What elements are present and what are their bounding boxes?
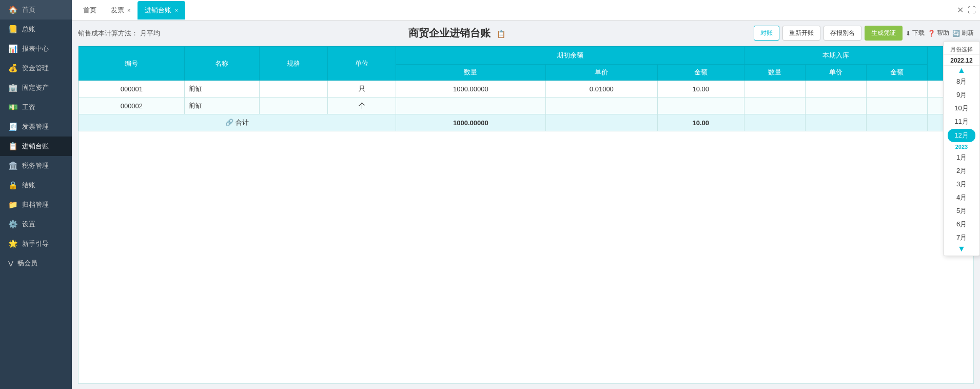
content-area: 销售成本计算方法： 月平均 商贸企业进销台账 📋 对账 重新开账 存报别名 生成… xyxy=(72,21,980,389)
cell-spec xyxy=(260,81,328,98)
col-init-price: 单价 xyxy=(545,65,657,81)
page-title: 商贸企业进销台账 📋 xyxy=(164,26,750,40)
title-text: 商贸企业进销台账 xyxy=(408,27,491,38)
sidebar-item-purchase-sales[interactable]: 📋进销台账 xyxy=(0,137,72,156)
cell-unit: 个 xyxy=(328,98,396,114)
col-in-amount: 金额 xyxy=(867,65,928,81)
table-header-row1: 编号 名称 规格 单位 期初余额 本期入库 数 xyxy=(79,47,973,65)
sidebar-item-guide[interactable]: 🌟新手引导 xyxy=(0,234,72,254)
tab-purchase-sales-tab[interactable]: 进销台账× xyxy=(138,1,185,20)
month-scroll-down-button[interactable]: ▼ xyxy=(957,244,966,254)
year-2023-label: 2023 xyxy=(944,143,979,151)
sidebar-label-close: 结账 xyxy=(22,181,35,190)
cell-code: 000001 xyxy=(79,81,185,98)
sidebar-item-payroll[interactable]: 💵工资 xyxy=(0,98,72,117)
download-button[interactable]: ⬇ 下载 xyxy=(906,29,925,37)
sidebar-label-vip: 畅会员 xyxy=(17,259,37,268)
month-panel-title: 月份选择 xyxy=(944,44,979,55)
reopen-button[interactable]: 重新开账 xyxy=(782,26,820,41)
close-icon: 🔒 xyxy=(8,181,18,190)
cell-name: 前缸 xyxy=(184,98,259,114)
help-icon: ❓ xyxy=(928,30,935,37)
main-area: 首页发票×进销台账× ✕ ⛶ 销售成本计算方法： 月平均 商贸企业进销台账 📋 … xyxy=(72,0,980,389)
home-icon: 🏠 xyxy=(8,5,18,14)
cost-label-text: 销售成本计算方法： xyxy=(78,29,138,37)
month-2023-1[interactable]: 1月 xyxy=(944,151,979,164)
sidebar-item-vip[interactable]: V畅会员 xyxy=(0,254,72,273)
total-in-price xyxy=(805,114,866,131)
close-window-button[interactable]: ✕ xyxy=(957,5,964,15)
purchase-sales-icon: 📋 xyxy=(8,142,18,151)
sidebar-item-tax[interactable]: 🏛️税务管理 xyxy=(0,156,72,176)
sidebar-label-guide: 新手引导 xyxy=(22,239,49,248)
cell-init-amount: 10.00 xyxy=(657,81,744,98)
sidebar-label-home: 首页 xyxy=(22,5,35,14)
col-unit: 单位 xyxy=(328,47,396,81)
save-as-button[interactable]: 存报别名 xyxy=(824,26,861,41)
title-icon: 📋 xyxy=(497,30,505,38)
col-name: 名称 xyxy=(184,47,259,81)
month-9[interactable]: 9月 xyxy=(944,88,979,102)
sidebar-item-archive[interactable]: 📁归档管理 xyxy=(0,195,72,215)
col-init-qty: 数量 xyxy=(396,65,545,81)
sidebar-item-close[interactable]: 🔒结账 xyxy=(0,176,72,195)
month-2023-5[interactable]: 5月 xyxy=(944,204,979,218)
cell-unit: 只 xyxy=(328,81,396,98)
tab-invoice-tab[interactable]: 发票× xyxy=(104,1,138,20)
tab-label-purchase-sales-tab: 进销台账 xyxy=(145,6,171,15)
table-body: 000001 前缸 只 1000.00000 0.01000 10.00 000… xyxy=(79,81,973,131)
sidebar-item-settings[interactable]: ⚙️设置 xyxy=(0,215,72,234)
refresh-icon: 🔄 xyxy=(952,30,960,37)
cost-method-label: 销售成本计算方法： 月平均 xyxy=(78,29,160,38)
tab-label-invoice-tab: 发票 xyxy=(111,6,124,15)
sidebar-item-home[interactable]: 🏠首页 xyxy=(0,0,72,20)
month-2023-7[interactable]: 7月 xyxy=(944,231,979,244)
month-2023-4[interactable]: 4月 xyxy=(944,191,979,204)
toolbar-actions: 对账 重新开账 存报别名 生成凭证 ⬇ 下载 ❓ 帮助 🔄 刷新 xyxy=(754,26,974,41)
sidebar-item-funds[interactable]: 💰资金管理 xyxy=(0,59,72,78)
sidebar-label-funds: 资金管理 xyxy=(22,64,49,73)
total-init-amount: 10.00 xyxy=(657,114,744,131)
month-2023-6[interactable]: 6月 xyxy=(944,218,979,231)
archive-icon: 📁 xyxy=(8,200,18,209)
tab-label-home-tab: 首页 xyxy=(83,6,96,15)
report-icon: 📊 xyxy=(8,44,18,53)
table-total-row: 🔗合计 1000.00000 10.00 xyxy=(79,114,973,131)
reconcile-button[interactable]: 对账 xyxy=(754,26,779,41)
invoice-mgmt-icon: 🧾 xyxy=(8,122,18,131)
sidebar-item-ledger[interactable]: 📒总账 xyxy=(0,20,72,39)
month-12[interactable]: 12月 xyxy=(948,129,975,142)
cell-in-amount xyxy=(867,81,928,98)
cell-init-price xyxy=(545,98,657,114)
ledger-icon: 📒 xyxy=(8,25,18,34)
cell-in-price xyxy=(805,81,866,98)
help-label: 帮助 xyxy=(937,29,949,37)
month-8[interactable]: 8月 xyxy=(944,75,979,88)
month-2023-3[interactable]: 3月 xyxy=(944,178,979,191)
month-10[interactable]: 10月 xyxy=(944,102,979,115)
sidebar-item-report[interactable]: 📊报表中心 xyxy=(0,39,72,59)
help-button[interactable]: ❓ 帮助 xyxy=(928,29,949,37)
sidebar-label-invoice-mgmt: 发票管理 xyxy=(22,122,49,131)
col-spec: 规格 xyxy=(260,47,328,81)
sidebar-item-invoice-mgmt[interactable]: 🧾发票管理 xyxy=(0,117,72,137)
cell-init-qty xyxy=(396,98,545,114)
col-code: 编号 xyxy=(79,47,185,81)
refresh-button[interactable]: 🔄 刷新 xyxy=(952,29,974,37)
month-2023-2[interactable]: 2月 xyxy=(944,164,979,178)
download-icon: ⬇ xyxy=(906,30,911,37)
sidebar-item-assets[interactable]: 🏢固定资产 xyxy=(0,78,72,98)
tab-close-purchase-sales-tab[interactable]: × xyxy=(174,7,178,13)
generate-button[interactable]: 生成凭证 xyxy=(865,26,903,41)
cell-name: 前缸 xyxy=(184,81,259,98)
tab-home-tab[interactable]: 首页 xyxy=(76,1,104,20)
month-scroll-up-button[interactable]: ▲ xyxy=(957,66,966,75)
payroll-icon: 💵 xyxy=(8,103,18,112)
month-11[interactable]: 11月 xyxy=(944,115,979,128)
total-init-price xyxy=(545,114,657,131)
total-in-qty xyxy=(744,114,805,131)
cell-init-amount xyxy=(657,98,744,114)
vip-icon: V xyxy=(8,259,13,268)
expand-window-button[interactable]: ⛶ xyxy=(968,6,976,15)
tab-close-invoice-tab[interactable]: × xyxy=(127,7,130,13)
